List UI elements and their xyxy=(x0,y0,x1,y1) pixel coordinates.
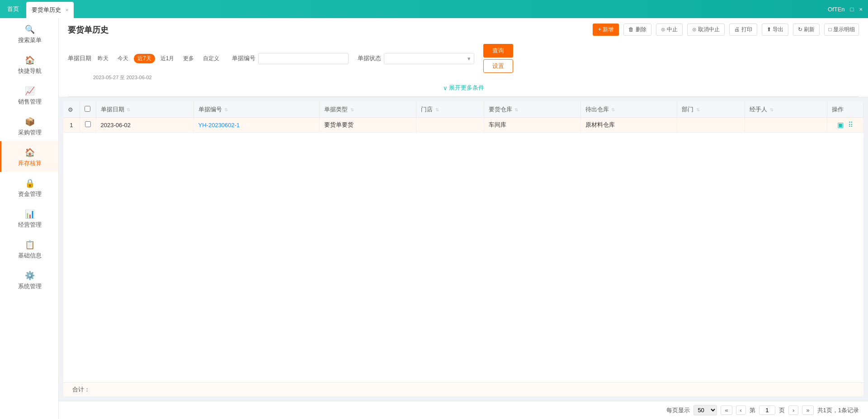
td-doc-type: 要货单要货 xyxy=(320,118,416,133)
stop-button[interactable]: ⊙ 中止 xyxy=(656,24,683,36)
expand-more-button[interactable]: ∨ 展开更多条件 xyxy=(443,84,484,92)
sidebar-item-label: 基础信息 xyxy=(18,252,42,260)
doc-num-link[interactable]: YH-20230602-1 xyxy=(198,122,240,129)
sidebar-item-label: 销售管理 xyxy=(18,98,42,106)
top-bar: 首页 要货单历史 × OfTEn □ × xyxy=(0,0,868,18)
table-row: 1 2023-06-02 YH-20230602-1 要货单要货 车间库 原材料… xyxy=(63,118,863,133)
maximize-icon[interactable]: □ xyxy=(850,6,854,13)
doc-status-select[interactable] xyxy=(384,53,474,64)
new-button[interactable]: + 新增 xyxy=(593,24,619,36)
sidebar-item-sales-mgmt[interactable]: 📈 销售管理 xyxy=(0,80,58,110)
sidebar: 🔍 搜索菜单 🏠 快捷导航 📈 销售管理 📦 采购管理 🏠 库存核算 🔒 资金管… xyxy=(0,18,59,419)
chip-last7days[interactable]: 近7天 xyxy=(134,54,155,63)
sort-req-warehouse-icon[interactable]: ⇅ xyxy=(514,107,518,112)
sidebar-item-quick-nav[interactable]: 🏠 快捷导航 xyxy=(0,49,58,80)
quick-nav-icon: 🏠 xyxy=(25,55,35,65)
chip-today[interactable]: 今天 xyxy=(114,54,132,63)
expand-more-row: ∨ 展开更多条件 xyxy=(68,84,859,92)
th-check xyxy=(80,102,96,118)
sort-doc-type-icon[interactable]: ⇅ xyxy=(350,107,354,112)
th-settings: ⚙ xyxy=(63,102,80,118)
td-handler xyxy=(745,118,827,133)
goto-suffix: 页 xyxy=(779,406,785,414)
last-page-button[interactable]: » xyxy=(802,405,813,415)
filter-area: 单据日期 昨天 今天 近7天 近1月 更多 自定义 单据编号 xyxy=(68,40,859,97)
doc-num-label: 单据编号 xyxy=(232,54,255,62)
th-date: 单据日期 ⇅ xyxy=(96,102,193,118)
page-number-input[interactable] xyxy=(759,405,775,415)
table-empty-space xyxy=(63,133,863,382)
td-doc-num: YH-20230602-1 xyxy=(193,118,320,133)
next-page-button[interactable]: › xyxy=(788,405,798,415)
tab-requisition-history[interactable]: 要货单历史 × xyxy=(26,2,74,18)
td-req-warehouse: 车间库 xyxy=(484,118,580,133)
close-tab-icon[interactable]: × xyxy=(66,7,68,13)
doc-status-label: 单据状态 xyxy=(358,54,381,62)
th-doc-type: 单据类型 ⇅ xyxy=(320,102,416,118)
date-chips: 昨天 今天 近7天 近1月 更多 自定义 xyxy=(94,54,223,63)
sort-doc-num-icon[interactable]: ⇅ xyxy=(224,107,228,112)
sidebar-item-label: 经营管理 xyxy=(18,221,42,229)
th-req-warehouse-label: 要货仓库 xyxy=(489,106,512,113)
td-ops: ▣ ⠿ xyxy=(827,118,863,133)
tab-label: 要货单历史 xyxy=(32,6,61,14)
filter-settings-button[interactable]: 设置 xyxy=(483,59,513,73)
th-doc-type-label: 单据类型 xyxy=(324,106,348,113)
sort-dept-icon[interactable]: ⇅ xyxy=(696,107,700,112)
td-store xyxy=(416,118,484,133)
table-footer: 合计： xyxy=(63,382,863,396)
chip-custom[interactable]: 自定义 xyxy=(199,54,223,63)
edit-icon[interactable]: ▣ xyxy=(836,121,845,129)
query-button[interactable]: 查询 xyxy=(483,44,513,57)
page-size-select[interactable]: 50 20 100 200 xyxy=(693,405,717,415)
chip-more[interactable]: 更多 xyxy=(179,54,198,63)
doc-status-select-wrapper xyxy=(384,53,474,64)
th-pending-warehouse-label: 待出仓库 xyxy=(585,106,609,113)
sidebar-item-search-menu[interactable]: 🔍 搜索菜单 xyxy=(0,18,58,49)
print-button[interactable]: 🖨 打印 xyxy=(729,24,757,36)
th-dept-label: 部门 xyxy=(682,106,693,113)
row-checkbox[interactable] xyxy=(85,121,91,127)
doc-num-input[interactable] xyxy=(258,53,349,64)
th-pending-warehouse: 待出仓库 ⇅ xyxy=(580,102,677,118)
export-button[interactable]: ⬆ 导出 xyxy=(762,24,788,36)
data-table: ⚙ 单据日期 ⇅ 单据编号 ⇅ xyxy=(63,102,863,133)
cancel-stop-button[interactable]: ⊙ 取消中止 xyxy=(687,24,725,36)
more-ops-icon[interactable]: ⠿ xyxy=(847,121,854,129)
first-page-button[interactable]: « xyxy=(721,405,732,415)
expand-more-label: 展开更多条件 xyxy=(449,84,484,92)
sidebar-item-finance-mgmt[interactable]: 🔒 资金管理 xyxy=(0,172,58,203)
sidebar-item-operation-mgmt[interactable]: 📊 经营管理 xyxy=(0,203,58,233)
settings-icon[interactable]: ⚙ xyxy=(68,106,73,113)
header-row: ⚙ 单据日期 ⇅ 单据编号 ⇅ xyxy=(63,102,863,118)
pagination-summary: 共1页，1条记录 xyxy=(817,406,859,414)
brand-label: OfTEn xyxy=(828,6,845,13)
sidebar-item-basic-info[interactable]: 📋 基础信息 xyxy=(0,233,58,264)
delete-button[interactable]: 🗑 删除 xyxy=(623,24,651,36)
chip-last1month[interactable]: 近1月 xyxy=(157,54,178,63)
sidebar-item-system-mgmt[interactable]: ⚙️ 系统管理 xyxy=(0,264,58,295)
prev-page-button[interactable]: ‹ xyxy=(736,405,746,415)
table-area: ⚙ 单据日期 ⇅ 单据编号 ⇅ xyxy=(63,102,863,396)
system-icon: ⚙️ xyxy=(25,271,35,281)
inventory-icon: 🏠 xyxy=(25,148,35,157)
sidebar-item-inventory[interactable]: 🏠 库存核算 xyxy=(0,141,58,172)
refresh-button[interactable]: ↻ 刷新 xyxy=(793,24,820,36)
top-right-actions: OfTEn □ × xyxy=(828,6,868,13)
tab-home[interactable]: 首页 xyxy=(0,0,26,18)
sort-store-icon[interactable]: ⇅ xyxy=(435,107,439,112)
sidebar-item-purchase-mgmt[interactable]: 📦 采购管理 xyxy=(0,110,58,141)
th-handler: 经手人 ⇅ xyxy=(745,102,827,118)
select-all-checkbox[interactable] xyxy=(85,106,90,112)
date-range-text: 2023-05-27 至 2023-06-02 xyxy=(93,75,152,80)
sort-pending-warehouse-icon[interactable]: ⇅ xyxy=(611,107,615,112)
td-date: 2023-06-02 xyxy=(96,118,193,133)
display-detail-button[interactable]: □ 显示明细 xyxy=(824,24,859,36)
chip-yesterday[interactable]: 昨天 xyxy=(94,54,112,63)
sort-handler-icon[interactable]: ⇅ xyxy=(770,107,774,112)
sidebar-item-label: 系统管理 xyxy=(18,282,42,290)
total-label: 合计： xyxy=(72,386,90,393)
sort-date-icon[interactable]: ⇅ xyxy=(127,107,130,112)
close-window-icon[interactable]: × xyxy=(859,6,863,13)
expand-chevron-icon: ∨ xyxy=(443,85,448,91)
